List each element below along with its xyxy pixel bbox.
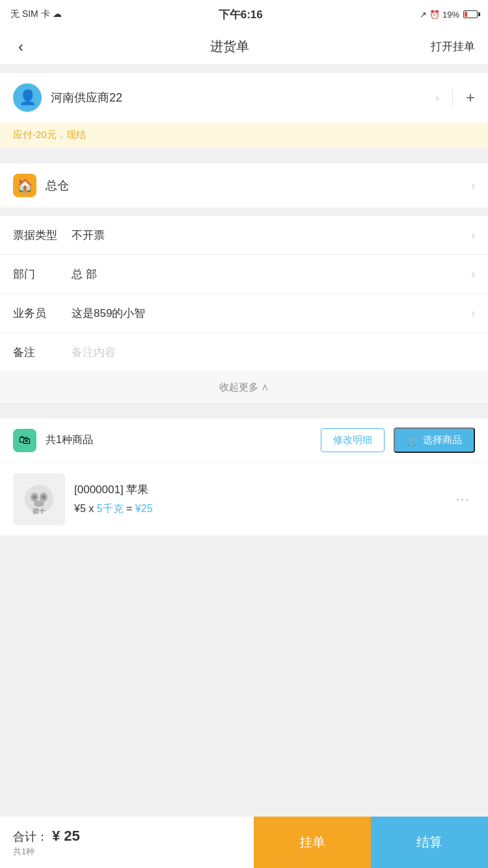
warehouse-chevron-icon: ›	[471, 179, 475, 193]
svg-point-3	[33, 495, 36, 499]
invoice-type-label: 票据类型	[13, 228, 65, 243]
warehouse-icon: 🏠	[13, 174, 36, 197]
bottom-bar: 合计： ¥ 25 共1种 挂单 结算	[0, 816, 488, 868]
checkout-button[interactable]: 结算	[371, 817, 488, 868]
department-label: 部门	[13, 267, 65, 282]
price-base: ¥5 x	[74, 503, 97, 514]
chevron-right-icon: ›	[435, 91, 439, 105]
salesperson-value: 这是859的小智	[72, 306, 471, 321]
invoice-type-value: 不开票	[72, 228, 471, 243]
form-section: 票据类型 不开票 › 部门 总 部 › 业务员 这是859的小智 › 备注 备注…	[0, 215, 488, 403]
svg-point-4	[42, 495, 46, 499]
section-gap-2	[0, 148, 488, 156]
department-row[interactable]: 部门 总 部 ›	[0, 254, 488, 293]
product-thumbnail: 碧十	[13, 473, 65, 525]
total-row: 合计： ¥ 25	[13, 828, 241, 845]
section-gap-4	[0, 403, 488, 411]
section-gap-1	[0, 65, 488, 73]
invoice-type-row[interactable]: 票据类型 不开票 ›	[0, 215, 488, 254]
salesperson-label: 业务员	[13, 306, 65, 321]
warning-banner: 应付-20元，现结	[0, 122, 488, 148]
collapse-toggle[interactable]: 收起更多 ∧	[0, 372, 488, 403]
battery-icon	[463, 10, 478, 18]
supplier-section: 👤 河南供应商22 › + 应付-20元，现结	[0, 73, 488, 148]
alarm-icon: ⏰	[429, 10, 440, 20]
salesperson-row[interactable]: 业务员 这是859的小智 ›	[0, 293, 488, 332]
status-bar: 无 SIM 卡 ☁ 下午6:16 ↗ ⏰ 19%	[0, 0, 488, 29]
invoice-type-chevron: ›	[471, 228, 475, 242]
product-name: [0000001] 苹果	[74, 482, 442, 497]
products-count: 共1种商品	[46, 433, 312, 447]
home-icon: 🏠	[17, 178, 33, 193]
bag-icon: 🛍	[19, 433, 31, 447]
add-icon[interactable]: +	[452, 88, 475, 107]
open-pending-button[interactable]: 打开挂单	[431, 39, 475, 54]
department-value: 总 部	[72, 267, 471, 282]
supplier-right: › +	[435, 88, 475, 107]
product-item: 碧十 [0000001] 苹果 ¥5 x 5千克 = ¥25 ···	[0, 462, 488, 536]
total-amount: ¥ 25	[52, 828, 80, 845]
main-content: 👤 河南供应商22 › + 应付-20元，现结 🏠 总仓 › 票据类型 不开票	[0, 65, 488, 601]
cart-icon: 🛒	[407, 435, 419, 446]
location-icon: ↗	[420, 10, 427, 20]
section-gap-3	[0, 208, 488, 215]
total-label: 合计：	[13, 829, 48, 845]
total-sub: 共1种	[13, 846, 241, 858]
product-menu-button[interactable]: ···	[451, 490, 475, 509]
avatar-icon: 👤	[19, 89, 36, 106]
products-section: 🛍 共1种商品 修改明细 🛒 选择商品 碧十	[0, 418, 488, 536]
price-equals: =	[124, 503, 135, 514]
remark-input[interactable]: 备注内容	[72, 345, 475, 360]
products-header: 🛍 共1种商品 修改明细 🛒 选择商品	[0, 418, 488, 462]
total-section: 合计： ¥ 25 共1种	[0, 817, 254, 868]
back-button[interactable]: ‹	[13, 33, 29, 61]
supplier-avatar: 👤	[13, 83, 42, 112]
price-total: ¥25	[135, 503, 153, 514]
supplier-row[interactable]: 👤 河南供应商22 › +	[0, 73, 488, 122]
supplier-name: 河南供应商22	[51, 90, 435, 105]
owl-logo: 碧十	[23, 483, 55, 515]
warehouse-section: 🏠 总仓 ›	[0, 163, 488, 208]
select-product-button[interactable]: 🛒 选择商品	[394, 427, 475, 453]
spacer	[0, 536, 488, 549]
department-chevron: ›	[471, 267, 475, 281]
product-info: [0000001] 苹果 ¥5 x 5千克 = ¥25	[74, 482, 442, 516]
remark-label: 备注	[13, 345, 65, 360]
hang-button[interactable]: 挂单	[254, 817, 371, 868]
remark-row[interactable]: 备注 备注内容	[0, 332, 488, 372]
products-icon: 🛍	[13, 429, 36, 452]
warehouse-name: 总仓	[46, 178, 471, 193]
battery-percent: 19%	[442, 10, 459, 20]
product-price: ¥5 x 5千克 = ¥25	[74, 502, 442, 516]
select-product-label: 选择商品	[423, 434, 462, 446]
status-time: 下午6:16	[219, 7, 263, 22]
nav-bar: ‹ 进货单 打开挂单	[0, 29, 488, 65]
warehouse-row[interactable]: 🏠 总仓 ›	[0, 163, 488, 208]
svg-point-5	[34, 500, 44, 507]
price-quantity: 5千克	[97, 503, 124, 514]
svg-text:碧十: 碧十	[33, 508, 46, 515]
edit-detail-button[interactable]: 修改明细	[321, 428, 385, 452]
status-left: 无 SIM 卡 ☁	[10, 8, 62, 20]
status-right: ↗ ⏰ 19%	[420, 10, 478, 20]
salesperson-chevron: ›	[471, 306, 475, 320]
page-title: 进货单	[210, 38, 249, 55]
